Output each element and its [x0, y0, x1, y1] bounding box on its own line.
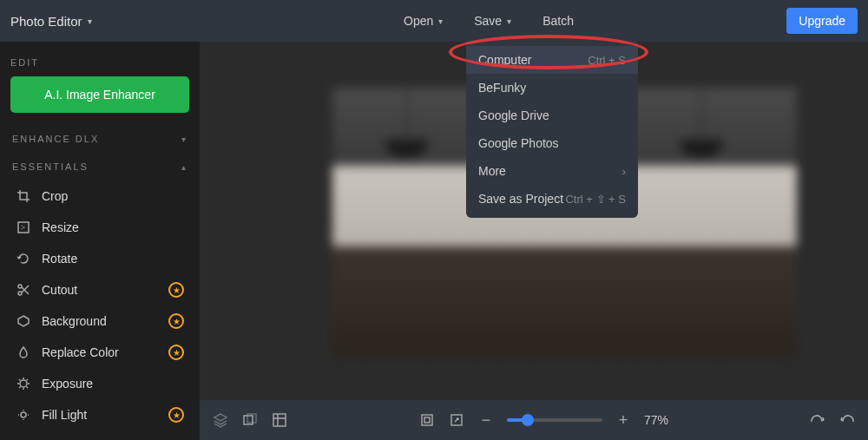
section-enhance-dlx[interactable]: ENHANCE DLX ▾	[0, 125, 200, 153]
zoom-out-icon[interactable]: −	[477, 411, 495, 429]
section-essentials[interactable]: ESSENTIALS ▴	[0, 153, 200, 181]
tool-fill-light[interactable]: Fill Light ★	[0, 399, 200, 430]
zoom-slider-knob[interactable]	[522, 414, 534, 426]
top-bar: Photo Editor ▾ Open ▾ Save ▾ Batch Upgra…	[0, 0, 868, 42]
svg-rect-0	[18, 222, 29, 233]
dropdown-item-google-photos[interactable]: Google Photos	[466, 129, 638, 157]
edit-label: EDIT	[0, 42, 200, 76]
grid-icon[interactable]	[271, 411, 288, 429]
app-title-dropdown[interactable]: Photo Editor ▾	[10, 14, 92, 29]
dropdown-item-more[interactable]: More ›	[466, 157, 638, 185]
tool-cutout[interactable]: Cutout ★	[0, 274, 200, 305]
chevron-down-icon: ▾	[88, 16, 92, 26]
bottom-bar: − + 77%	[200, 400, 868, 440]
dropdown-item-computer[interactable]: Computer Ctrl + S	[466, 46, 638, 74]
layers-icon[interactable]	[212, 411, 229, 429]
svg-point-1	[18, 285, 22, 288]
undo-icon[interactable]	[838, 411, 856, 429]
zoom-in-icon[interactable]: +	[615, 411, 632, 429]
menu-open[interactable]: Open ▾	[404, 14, 443, 28]
tool-crop[interactable]: Crop	[0, 181, 200, 212]
ai-image-enhancer-button[interactable]: A.I. Image Enhancer	[10, 76, 189, 113]
dropdown-item-google-drive[interactable]: Google Drive	[466, 102, 638, 129]
zoom-slider[interactable]	[507, 418, 602, 422]
svg-rect-9	[424, 417, 430, 423]
chevron-right-icon: ›	[622, 165, 626, 178]
premium-star-icon: ★	[168, 313, 184, 329]
premium-star-icon: ★	[168, 345, 184, 360]
background-icon	[16, 313, 31, 329]
sidebar: EDIT A.I. Image Enhancer ENHANCE DLX ▾ E…	[0, 42, 200, 440]
redo-icon[interactable]	[809, 411, 826, 429]
crop-icon	[16, 188, 31, 204]
svg-point-4	[21, 412, 26, 417]
tool-resize[interactable]: Resize	[0, 212, 200, 243]
app-title: Photo Editor	[10, 14, 82, 29]
menu-save[interactable]: Save ▾	[474, 14, 511, 28]
resize-icon	[16, 220, 31, 235]
compare-icon[interactable]	[241, 411, 259, 429]
save-dropdown: Computer Ctrl + S BeFunky Google Drive G…	[466, 41, 638, 218]
tool-exposure[interactable]: Exposure	[0, 368, 200, 399]
premium-star-icon: ★	[168, 282, 184, 298]
chevron-down-icon: ▾	[181, 135, 187, 144]
chevron-up-icon: ▴	[181, 162, 187, 172]
exposure-icon	[16, 376, 31, 391]
dropdown-item-befunky[interactable]: BeFunky	[466, 74, 638, 102]
tool-rotate[interactable]: Rotate	[0, 243, 200, 274]
svg-rect-8	[422, 415, 432, 425]
menu-batch[interactable]: Batch	[542, 14, 574, 28]
svg-point-3	[20, 380, 27, 387]
dropdown-item-save-as-project[interactable]: Save as Project Ctrl + ⇧ + S	[466, 185, 638, 213]
fill-light-icon	[16, 407, 31, 423]
drop-icon	[16, 345, 31, 360]
premium-star-icon: ★	[168, 407, 184, 423]
chevron-down-icon: ▾	[507, 16, 511, 26]
tool-replace-color[interactable]: Replace Color ★	[0, 337, 200, 368]
chevron-down-icon: ▾	[438, 16, 443, 26]
svg-point-2	[18, 292, 22, 295]
fit-screen-icon[interactable]	[418, 411, 436, 429]
rotate-icon	[16, 251, 31, 266]
svg-rect-7	[273, 414, 286, 426]
scissors-icon	[16, 282, 31, 298]
upgrade-button[interactable]: Upgrade	[786, 8, 858, 34]
canvas-area: Computer Ctrl + S BeFunky Google Drive G…	[200, 42, 868, 440]
zoom-percent: 77%	[644, 413, 679, 427]
tool-background[interactable]: Background ★	[0, 305, 200, 337]
expand-icon[interactable]	[448, 411, 465, 429]
